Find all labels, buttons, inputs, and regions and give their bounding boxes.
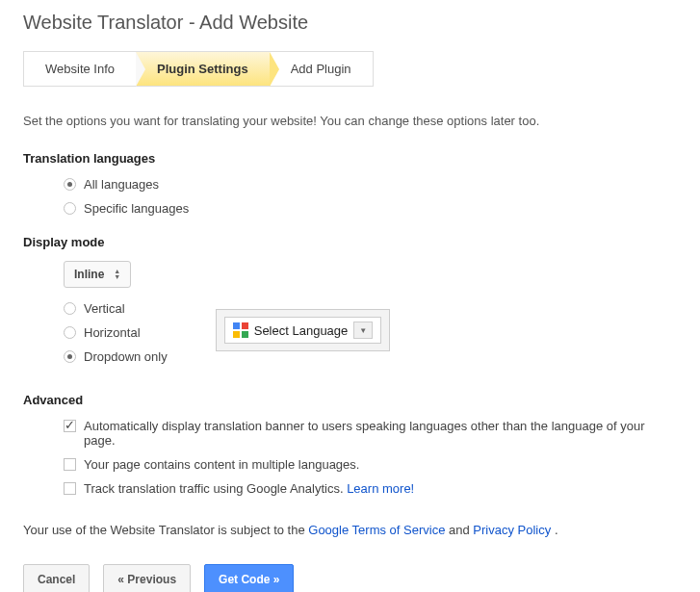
learn-more-link[interactable]: Learn more! xyxy=(347,481,414,496)
checkbox-auto-banner[interactable] xyxy=(64,420,76,432)
radio-specific-languages[interactable] xyxy=(64,202,76,215)
translation-languages-title: Translation languages xyxy=(23,151,677,166)
dropdown-arrow-icon[interactable]: ▼ xyxy=(353,322,373,339)
previous-button[interactable]: « Previous xyxy=(103,564,191,592)
breadcrumb-plugin-settings[interactable]: Plugin Settings xyxy=(136,52,270,86)
display-mode-value: Inline xyxy=(74,268,104,281)
radio-dropdown-only[interactable] xyxy=(64,350,76,363)
advanced-title: Advanced xyxy=(23,393,677,407)
terms-text: Your use of the Website Translator is su… xyxy=(23,523,677,537)
breadcrumb: Website Info Plugin Settings Add Plugin xyxy=(23,51,374,87)
cancel-button[interactable]: Cancel xyxy=(23,564,90,592)
language-widget-preview: Select Language ▼ xyxy=(216,309,391,351)
get-code-button[interactable]: Get Code » xyxy=(204,564,294,592)
label-dropdown-only: Dropdown only xyxy=(84,349,168,364)
intro-text: Set the options you want for translating… xyxy=(23,114,677,128)
language-widget-label: Select Language xyxy=(254,323,349,338)
radio-vertical[interactable] xyxy=(64,302,76,315)
checkbox-analytics[interactable] xyxy=(64,482,76,495)
radio-all-languages[interactable] xyxy=(64,178,76,191)
label-multi-lang: Your page contains content in multiple l… xyxy=(84,457,359,472)
tos-link[interactable]: Google Terms of Service xyxy=(308,523,445,537)
label-all-languages: All languages xyxy=(84,177,159,192)
terms-prefix: Your use of the Website Translator is su… xyxy=(23,523,308,537)
select-arrows-icon: ▲▼ xyxy=(114,269,120,280)
page-title: Website Translator - Add Website xyxy=(23,12,677,34)
display-mode-title: Display mode xyxy=(23,235,677,249)
label-horizontal: Horizontal xyxy=(84,325,141,340)
label-analytics: Track translation traffic using Google A… xyxy=(84,481,344,496)
label-specific-languages: Specific languages xyxy=(84,201,189,216)
privacy-link[interactable]: Privacy Policy xyxy=(473,523,551,537)
display-mode-select[interactable]: Inline ▲▼ xyxy=(64,261,131,288)
checkbox-multi-lang[interactable] xyxy=(64,458,76,471)
terms-mid: and xyxy=(449,523,473,537)
label-auto-banner: Automatically display translation banner… xyxy=(84,419,677,448)
label-vertical: Vertical xyxy=(84,301,125,316)
google-icon xyxy=(233,322,248,338)
terms-suffix: . xyxy=(555,523,558,537)
breadcrumb-add-plugin[interactable]: Add Plugin xyxy=(270,52,373,86)
breadcrumb-website-info[interactable]: Website Info xyxy=(24,52,136,86)
radio-horizontal[interactable] xyxy=(64,326,76,339)
